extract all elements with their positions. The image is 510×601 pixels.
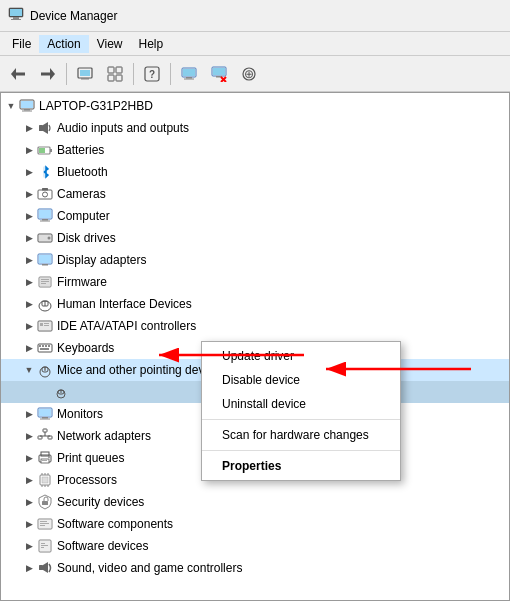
menu-view[interactable]: View [89,35,131,53]
svg-rect-44 [40,221,50,222]
svg-rect-7 [41,72,51,75]
svg-rect-31 [22,111,32,112]
svg-rect-40 [42,188,48,191]
mice-icon [37,362,53,378]
cameras-icon [37,186,53,202]
svg-rect-66 [42,345,44,347]
tree-item-softdev[interactable]: ▶ Software devices [1,535,509,557]
tree-label-computer: Computer [57,209,110,223]
tree-item-firmware[interactable]: ▶ Firmware [1,271,509,293]
tree-arrow-computer[interactable]: ▶ [21,208,37,224]
tree-arrow-firmware[interactable]: ▶ [21,274,37,290]
tree-item-audio[interactable]: ▶ Audio inputs and outputs [1,117,509,139]
sound-icon [37,560,53,576]
svg-rect-111 [39,565,43,570]
toolbar-forward[interactable] [34,60,62,88]
tree-arrow-hid[interactable]: ▶ [21,296,37,312]
toolbar-uninstall[interactable] [205,60,233,88]
tree-item-sound[interactable]: ▶ Sound, video and game controllers [1,557,509,579]
tree-arrow-processors[interactable]: ▶ [21,472,37,488]
security-icon [37,494,53,510]
softcomp-icon [37,516,53,532]
firmware-icon [37,274,53,290]
svg-rect-12 [116,67,122,73]
tree-label-display: Display adapters [57,253,146,267]
tree-label-laptop: LAPTOP-G31P2HBD [39,99,153,113]
tree-label-network: Network adapters [57,429,151,443]
tree-label-cameras: Cameras [57,187,106,201]
menu-action[interactable]: Action [39,35,88,53]
tree-item-laptop[interactable]: ▼ LAPTOP-G31P2HBD [1,95,509,117]
tree-item-batteries[interactable]: ▶ Batteries [1,139,509,161]
svg-rect-10 [81,78,89,80]
tree-arrow-display[interactable]: ▶ [21,252,37,268]
svg-rect-63 [44,325,49,326]
menu-help[interactable]: Help [131,35,172,53]
toolbar-scan[interactable]: ⊕ [235,60,263,88]
tree-label-hid: Human Interface Devices [57,297,192,311]
tree-arrow-disk[interactable]: ▶ [21,230,37,246]
tree-item-cameras[interactable]: ▶ Cameras [1,183,509,205]
tree-arrow-laptop[interactable]: ▼ [3,98,19,114]
menu-file[interactable]: File [4,35,39,53]
svg-marker-33 [43,122,48,134]
tree-item-disk[interactable]: ▶ Disk drives [1,227,509,249]
disk-icon [37,230,53,246]
tree-item-softcomp[interactable]: ▶ Software components [1,513,509,535]
tree-arrow-network[interactable]: ▶ [21,428,37,444]
svg-rect-38 [38,190,52,199]
tree-item-computer[interactable]: ▶ Computer [1,205,509,227]
context-menu-properties[interactable]: Properties [202,454,400,478]
tree-arrow-security[interactable]: ▶ [21,494,37,510]
toolbar-back[interactable] [4,60,32,88]
toolbar: ? ⊕ [0,56,510,92]
tree-arrow-keyboard[interactable]: ▶ [21,340,37,356]
tree-label-keyboard: Keyboards [57,341,114,355]
svg-text:⊕: ⊕ [244,67,254,81]
context-menu-uninstall-device[interactable]: Uninstall device [202,392,400,416]
toolbar-help[interactable]: ? [138,60,166,88]
tree-arrow-audio[interactable]: ▶ [21,120,37,136]
tree-label-bluetooth: Bluetooth [57,165,108,179]
svg-rect-42 [39,210,51,218]
svg-rect-62 [44,323,49,324]
svg-rect-110 [41,547,44,548]
tree-arrow-cameras[interactable]: ▶ [21,186,37,202]
svg-rect-13 [108,75,114,81]
svg-rect-100 [42,501,48,505]
svg-rect-78 [39,409,51,416]
tree-arrow-sound[interactable]: ▶ [21,560,37,576]
toolbar-sep3 [170,63,171,85]
svg-rect-3 [11,19,21,20]
tree-arrow-bluetooth[interactable]: ▶ [21,164,37,180]
toolbar-view2[interactable] [101,60,129,88]
svg-rect-32 [39,125,43,131]
tree-arrow-batteries[interactable]: ▶ [21,142,37,158]
context-menu-update-driver[interactable]: Update driver [202,344,400,368]
toolbar-view1[interactable] [71,60,99,88]
processors-icon [37,472,53,488]
toolbar-computer[interactable] [175,60,203,88]
tree-item-ide[interactable]: ▶ IDE ATA/ATAPI controllers [1,315,509,337]
tree-arrow-ide[interactable]: ▶ [21,318,37,334]
svg-rect-2 [13,17,19,19]
tree-label-processors: Processors [57,473,117,487]
svg-rect-80 [40,419,50,420]
tree-arrow-softcomp[interactable]: ▶ [21,516,37,532]
tree-item-hid[interactable]: ▶ Human Interface Devices [1,293,509,315]
svg-point-91 [48,456,50,458]
display-icon [37,252,53,268]
context-menu-disable-device[interactable]: Disable device [202,368,400,392]
svg-rect-5 [15,72,25,75]
context-menu-scan-changes[interactable]: Scan for hardware changes [202,423,400,447]
svg-rect-104 [40,523,49,524]
tree-arrow-monitors[interactable]: ▶ [21,406,37,422]
tree-item-security[interactable]: ▶ Security devices [1,491,509,513]
tree-label-ide: IDE ATA/ATAPI controllers [57,319,196,333]
svg-rect-11 [108,67,114,73]
tree-item-bluetooth[interactable]: ▶ Bluetooth [1,161,509,183]
tree-item-display[interactable]: ▶ Display adapters [1,249,509,271]
tree-arrow-mice[interactable]: ▼ [21,362,37,378]
tree-arrow-print[interactable]: ▶ [21,450,37,466]
tree-arrow-softdev[interactable]: ▶ [21,538,37,554]
